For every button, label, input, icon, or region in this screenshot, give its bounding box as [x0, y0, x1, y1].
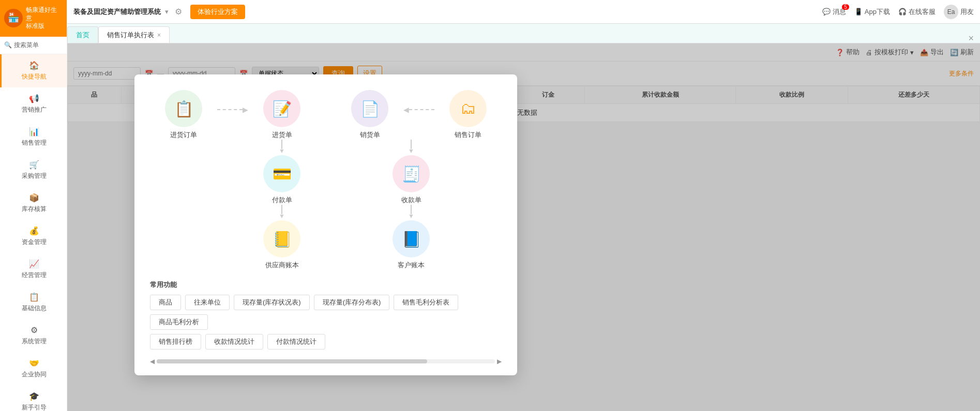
tab-home-label: 首页 — [76, 31, 89, 40]
sidebar-item-quick-nav[interactable]: 🏠 快捷导航 — [0, 54, 67, 87]
content-area: ❓ 帮助 🖨 按模板打印 ▾ 📤 导出 🔄 刷新 — [67, 43, 980, 411]
header-right: 💬 消息 5 📱 App下载 🎧 在线客服 Ea 用友 — [822, 5, 974, 19]
sidebar-nav: 🏠 快捷导航 📢 营销推广 📊 销售管理 🛒 采购管理 📦 库存核算 💰 — [0, 54, 67, 411]
quick-nav-icon: 🏠 — [29, 60, 39, 70]
purchase-icon: 🛒 — [29, 160, 39, 170]
newbie-icon: 🎓 — [29, 391, 39, 401]
sidebar-search[interactable]: 🔍 搜索菜单 — [0, 37, 67, 54]
sales-order-circle: 🗂 — [449, 90, 487, 127]
customer-ledger-icon: 📘 — [402, 230, 421, 248]
user-name: 用友 — [960, 7, 974, 17]
common-btn-receipt-stats[interactable]: 收款情况统计 — [205, 334, 263, 349]
sidebar-item-system[interactable]: ⚙ 系统管理 — [0, 319, 67, 352]
sidebar-search-label: 搜索菜单 — [14, 41, 39, 50]
sidebar-logo: 🏪 畅康通好生意 标准版 — [0, 0, 67, 37]
scrollbar-right-arrow[interactable]: ▶ — [497, 358, 502, 365]
sidebar-item-inventory[interactable]: 📦 库存核算 — [0, 187, 67, 220]
tab-sales-order-label: 销售订单执行表 — [107, 31, 154, 40]
settings-gear-icon[interactable]: ⚙ — [175, 7, 182, 17]
common-btn-goods-profit[interactable]: 商品毛利分析 — [150, 314, 208, 330]
system-title: 装备及固定资产辅助管理系统 — [73, 7, 161, 17]
marketing-icon: 📢 — [29, 94, 39, 103]
common-btn-sales-profit[interactable]: 销售毛利分析表 — [394, 295, 458, 310]
tab-close-icon[interactable]: × — [157, 32, 161, 39]
message-badge: 5 — [842, 4, 849, 10]
payment-bill-label: 付款单 — [272, 195, 292, 205]
payment-bill-icon: 💳 — [273, 165, 292, 183]
sales-order-node[interactable]: 🗂 销售订单 — [434, 90, 502, 140]
main-area: 装备及固定资产辅助管理系统 ▾ ⚙ 体验行业方案 💬 消息 5 📱 App下载 … — [67, 0, 980, 411]
purchase-bill-icon: 📝 — [273, 100, 292, 118]
receipt-bill-icon: 🧾 — [402, 165, 421, 183]
top-header: 装备及固定资产辅助管理系统 ▾ ⚙ 体验行业方案 💬 消息 5 📱 App下载 … — [67, 0, 980, 24]
inventory-icon: 📦 — [29, 193, 39, 203]
purchase-order-icon: 📋 — [174, 100, 193, 118]
receipt-bill-node[interactable]: 🧾 收款单 — [378, 155, 445, 205]
tab-sales-order[interactable]: 销售订单执行表 × — [98, 26, 170, 43]
sidebar-item-purchase[interactable]: 🛒 采购管理 — [0, 154, 67, 187]
modal-flow: 📋 进货订单 ▶ 📝 — [134, 74, 517, 375]
sidebar-item-basic-info[interactable]: 📋 基础信息 — [0, 286, 67, 319]
message-icon: 💬 — [822, 8, 831, 16]
logo-line2: 标准版 — [26, 22, 63, 31]
common-btn-payment-stats[interactable]: 付款情况统计 — [267, 334, 325, 349]
try-industry-button[interactable]: 体验行业方案 — [190, 5, 245, 19]
sales-bill-circle: 📄 — [351, 90, 388, 127]
supplier-ledger-node[interactable]: 📒 供应商账本 — [248, 220, 315, 270]
logo-icon: 🏪 — [4, 9, 23, 27]
user-menu[interactable]: Ea 用友 — [944, 5, 974, 19]
message-button[interactable]: 💬 消息 5 — [822, 7, 846, 17]
service-icon: 🎧 — [898, 8, 907, 16]
common-btn-sales-rank[interactable]: 销售排行榜 — [150, 334, 201, 349]
tabs-bar-close-icon[interactable]: × — [968, 34, 980, 43]
sidebar-item-operations[interactable]: 📈 经营管理 — [0, 253, 67, 286]
online-service-button[interactable]: 🎧 在线客服 — [898, 7, 936, 17]
app-download-label: App下载 — [865, 7, 890, 17]
sidebar-item-label: 库存核算 — [22, 205, 47, 214]
common-functions-title: 常用功能 — [150, 280, 502, 290]
common-btn-stock-dist[interactable]: 现存量(库存分布表) — [314, 295, 390, 310]
payment-bill-circle: 💳 — [263, 155, 300, 192]
sidebar-item-label: 基础信息 — [22, 304, 47, 313]
sidebar-item-label: 资金管理 — [22, 238, 47, 247]
common-btn-stock-status[interactable]: 现存量(库存状况表) — [234, 295, 310, 310]
scrollbar-left-arrow[interactable]: ◀ — [150, 358, 155, 365]
sidebar-item-enterprise[interactable]: 🤝 企业协同 — [0, 352, 67, 385]
common-section: 常用功能 商品 往来单位 现存量(库存状况表) 现存量(库存分布表) 销售毛利分… — [150, 280, 502, 349]
flow-section: 📋 进货订单 ▶ 📝 — [150, 90, 502, 270]
sidebar-item-label: 企业协同 — [22, 370, 47, 379]
enterprise-icon: 🤝 — [29, 358, 39, 368]
sidebar-item-marketing[interactable]: 📢 营销推广 — [0, 87, 67, 120]
download-icon: 📱 — [854, 8, 863, 16]
svg-text:🏪: 🏪 — [8, 12, 20, 23]
system-icon: ⚙ — [31, 325, 38, 335]
sidebar-item-newbie[interactable]: 🎓 新手引导 — [0, 385, 67, 411]
sidebar-item-label: 系统管理 — [22, 337, 47, 346]
user-initials: Ea — [947, 8, 955, 16]
payment-bill-node[interactable]: 💳 付款单 — [248, 155, 315, 205]
sidebar-item-finance[interactable]: 💰 资金管理 — [0, 220, 67, 253]
scrollbar-thumb[interactable] — [157, 359, 427, 363]
scrollbar-track[interactable] — [157, 359, 495, 363]
supplier-ledger-label: 供应商账本 — [265, 261, 299, 270]
sidebar-item-label: 销售管理 — [22, 139, 47, 147]
modal-scrollbar: ◀ ▶ — [150, 358, 502, 365]
purchase-bill-node[interactable]: 📝 进货单 — [248, 90, 315, 140]
operations-icon: 📈 — [29, 259, 39, 269]
supplier-ledger-icon: 📒 — [273, 230, 292, 248]
sales-bill-node[interactable]: 📄 销货单 — [336, 90, 403, 140]
sales-bill-icon: 📄 — [360, 100, 380, 118]
sidebar-item-sales[interactable]: 📊 销售管理 — [0, 120, 67, 154]
search-icon: 🔍 — [4, 41, 12, 49]
sales-bill-label: 销货单 — [360, 130, 380, 140]
common-btn-contacts[interactable]: 往来单位 — [185, 295, 230, 310]
tab-home[interactable]: 首页 — [67, 26, 98, 43]
sidebar: 🏪 畅康通好生意 标准版 🔍 搜索菜单 🏠 快捷导航 📢 营销推广 📊 — [0, 0, 67, 411]
sales-order-label: 销售订单 — [455, 130, 481, 140]
app-download-button[interactable]: 📱 App下载 — [854, 7, 890, 17]
purchase-order-node[interactable]: 📋 进货订单 — [150, 90, 217, 140]
customer-ledger-node[interactable]: 📘 客户账本 — [378, 220, 445, 270]
common-btn-goods[interactable]: 商品 — [150, 295, 181, 310]
dropdown-arrow-icon[interactable]: ▾ — [165, 8, 169, 16]
purchase-bill-circle: 📝 — [263, 90, 300, 127]
